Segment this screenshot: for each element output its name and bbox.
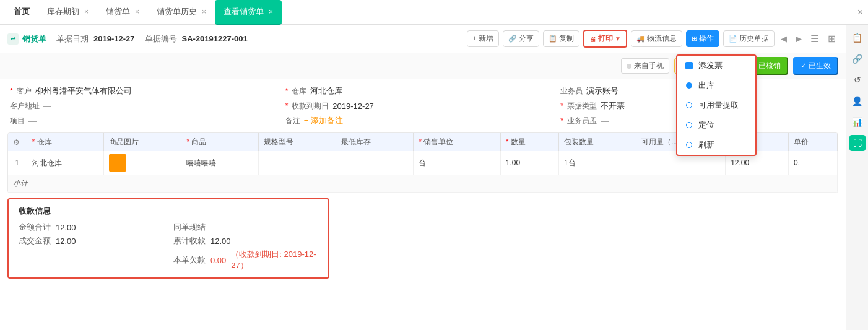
tab-check-sales[interactable]: 查看销货单 × (215, 0, 282, 25)
logistics-button[interactable]: 🚚 物流信息 (631, 30, 682, 47)
sidebar-icon-user[interactable]: 👤 (849, 93, 866, 109)
doc-icon: ↩ (7, 33, 19, 45)
tab-sales-order[interactable]: 销货单 × (97, 0, 148, 25)
doc-date-meta: 单据日期 2019-12-27 (56, 33, 135, 45)
refresh-icon (685, 141, 693, 149)
close-sales-order[interactable]: × (135, 7, 139, 16)
phone-indicator (627, 64, 631, 69)
history-button[interactable]: 📄 历史单据 (723, 30, 775, 47)
sidebar-icon-doc[interactable]: 📋 (849, 30, 866, 46)
row-unit-price: 0. (789, 151, 838, 175)
col-gear: ⚙ (8, 133, 27, 151)
close-inventory-init[interactable]: × (84, 7, 89, 16)
col-product-image: 商品图片 (104, 133, 181, 151)
quantity-pickup-icon (685, 101, 693, 110)
address-field: 客户地址 — (10, 101, 285, 111)
doc-header: ↩ 销货单 单据日期 2019-12-27 单据编号 SA-20191227-0… (0, 25, 846, 53)
dropdown-refresh[interactable]: 刷新 (677, 135, 755, 155)
row-warehouse: 河北仓库 (27, 151, 104, 175)
subtotal-row: 小计 (8, 175, 838, 193)
copy-button[interactable]: 📋 复制 (543, 30, 579, 47)
col-spec: 规格型号 (259, 133, 336, 151)
subtotal-label: 小计 (8, 175, 838, 193)
already-effective-button[interactable]: ✓ 已生效 (793, 57, 838, 75)
product-image-thumb (109, 154, 126, 172)
sidebar-icon-refresh[interactable]: ↺ (849, 72, 866, 88)
payment-date-field: * 收款到期日 2019-12-27 (285, 101, 561, 111)
close-window[interactable]: × (857, 7, 863, 18)
row-sales-unit: 台 (414, 151, 500, 175)
sidebar-icon-chart[interactable]: 📊 (849, 114, 866, 130)
row-product-image (104, 151, 181, 175)
add-button[interactable]: + 新增 (467, 30, 499, 47)
tab-bar: 首页 库存期初 × 销货单 × 销货单历史 × 查看销货单 × × (0, 0, 868, 25)
row-min-stock (336, 151, 414, 175)
from-phone-button[interactable]: 来自手机 (621, 58, 669, 74)
debt-note: （收款到期日: 2019-12-27） (231, 249, 318, 271)
doc-number-meta: 单据编号 SA-20191227-001 (145, 33, 248, 45)
total-amount-row: 金额合计 12.00 (19, 222, 163, 233)
payment-info-box: 收款信息 金额合计 12.00 同单现结 — 成交金额 12.00 累计收款 1… (7, 198, 329, 279)
row-spec (259, 151, 336, 175)
warehouse-field: * 仓库 河北仓库 (285, 85, 561, 97)
col-sales-unit: * 销售单位 (414, 133, 500, 151)
share-button[interactable]: 🔗 分享 (503, 30, 539, 47)
row-quantity: 1.00 (500, 151, 558, 175)
cumulative-row: 累计收款 12.00 (173, 235, 318, 246)
col-quantity: * 数量 (500, 133, 558, 151)
outbound-icon (685, 81, 693, 90)
transaction-amount-row: 成交金额 12.00 (19, 235, 163, 246)
notes-field: 备注 + 添加备注 (285, 115, 561, 126)
col-pack-qty: 包装数量 (558, 133, 636, 151)
row-product: 嘻嘻嘻嘻 (181, 151, 259, 175)
sidebar-icon-expand[interactable]: ⛶ (849, 135, 866, 151)
current-debt-row: 本单欠款 0.00 （收款到期日: 2019-12-27） (173, 249, 318, 271)
add-invoice-icon (685, 61, 693, 70)
doc-actions: + 新增 🔗 分享 📋 复制 🖨 打印 ▼ 🚚 物流信息 (467, 30, 838, 48)
tab-inventory-init[interactable]: 库存期初 × (38, 0, 97, 25)
main-content: ↩ 销货单 单据日期 2019-12-27 单据编号 SA-20191227-0… (0, 25, 868, 330)
right-sidebar: 📋 🔗 ↺ 👤 📊 ⛶ (846, 25, 868, 330)
col-product: * 商品 (181, 133, 259, 151)
project-field: 项目 — (10, 116, 285, 126)
sidebar-icon-link[interactable]: 🔗 (849, 51, 866, 67)
locate-icon (685, 121, 693, 129)
dropdown-add-invoice[interactable]: 添发票 (677, 56, 755, 76)
nav-next[interactable]: ▶ (793, 33, 804, 45)
close-check-sales[interactable]: × (269, 7, 273, 16)
nav-prev[interactable]: ◀ (778, 33, 789, 45)
col-warehouse: * 仓库 (27, 133, 104, 151)
col-min-stock: 最低库存 (336, 133, 414, 151)
tab-sales-history[interactable]: 销货单历史 × (148, 0, 215, 25)
print-button[interactable]: 🖨 打印 ▼ (583, 30, 627, 48)
add-notes-button[interactable]: + 添加备注 (304, 115, 343, 126)
row-no: 1 (8, 151, 27, 175)
doc-title: ↩ 销货单 (7, 33, 46, 45)
operation-dropdown: 添发票 出库 可用量提取 定位 刷新 (676, 54, 757, 156)
row-pack-qty: 1台 (558, 151, 636, 175)
col-unit-price: 单价 (789, 133, 838, 151)
view-grid[interactable]: ☰ (808, 32, 822, 46)
tab-home[interactable]: 首页 (5, 0, 38, 25)
same-order-row: 同单现结 — (173, 222, 318, 233)
payment-grid: 金额合计 12.00 同单现结 — 成交金额 12.00 累计收款 12.00 (19, 222, 318, 271)
customer-field: * 客户 柳州粤港平安气体有限公司 (10, 85, 285, 97)
view-list[interactable]: ⊞ (825, 32, 838, 46)
dropdown-outbound[interactable]: 出库 (677, 76, 755, 95)
dropdown-locate[interactable]: 定位 (677, 115, 755, 135)
payment-title: 收款信息 (19, 206, 318, 217)
operate-button[interactable]: ⊞ 操作 (686, 30, 719, 47)
dropdown-quantity-pickup[interactable]: 可用量提取 (677, 95, 755, 115)
close-sales-history[interactable]: × (202, 7, 206, 16)
